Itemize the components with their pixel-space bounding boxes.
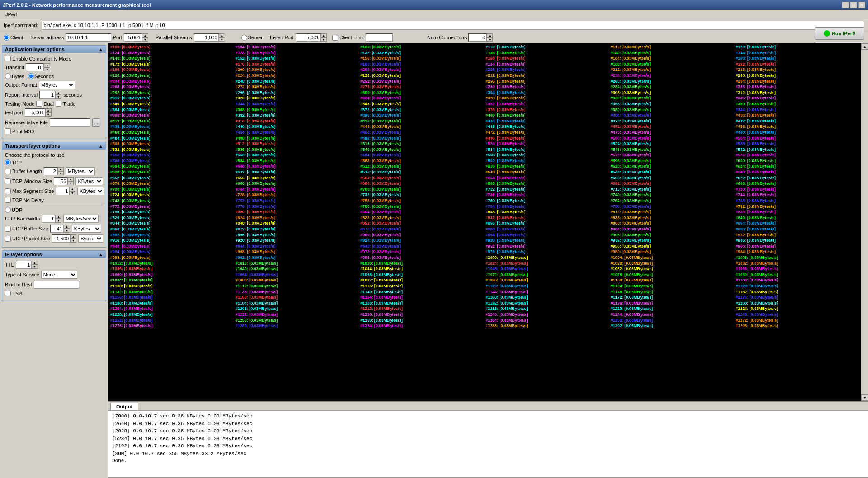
udp-bandwidth-up-btn[interactable]: ▲	[55, 215, 61, 219]
scroll-down-arrow[interactable]: ▼	[861, 394, 868, 401]
transmit-down-btn[interactable]: ▼	[44, 67, 50, 71]
max-segment-checkbox[interactable]	[5, 188, 11, 194]
udp-radio[interactable]	[5, 207, 11, 213]
tcp-window-unit-select[interactable]: KBytes Bytes MBytes	[75, 177, 103, 185]
tcp-window-checkbox[interactable]	[5, 178, 11, 184]
max-segment-unit-select[interactable]: KBytes Bytes MBytes	[77, 187, 104, 195]
udp-packet-checkbox-label[interactable]: UDP Packet Size	[5, 236, 50, 242]
transmit-input[interactable]	[26, 63, 44, 71]
listen-port-input[interactable]	[296, 33, 321, 42]
run-iperf-button[interactable]: Run IPerf!	[815, 27, 864, 40]
client-limit-checkbox-label[interactable]: Client Limit	[332, 35, 364, 41]
udp-buffer-up-btn[interactable]: ▲	[64, 225, 70, 229]
dual-checkbox[interactable]	[36, 101, 42, 107]
ttl-up-btn[interactable]: ▲	[32, 261, 38, 265]
buffer-length-input[interactable]	[44, 167, 57, 175]
udp-buffer-down-btn[interactable]: ▼	[64, 229, 70, 233]
tcp-no-delay-checkbox[interactable]	[5, 197, 11, 203]
client-mode-label[interactable]: Client	[4, 35, 23, 41]
transport-layer-collapse-btn[interactable]: ▲	[99, 144, 103, 149]
ip-layer-header[interactable]: IP layer options ▲	[2, 251, 106, 258]
test-port-input[interactable]	[25, 108, 45, 117]
client-limit-input[interactable]	[366, 33, 393, 42]
seconds-radio[interactable]	[28, 73, 34, 79]
title-bar-buttons[interactable]: _ □ ✕	[842, 2, 865, 8]
test-port-down-btn[interactable]: ▼	[45, 112, 52, 117]
buffer-length-checkbox-label[interactable]: Buffer Length	[5, 169, 42, 174]
listen-port-down-btn[interactable]: ▼	[321, 37, 327, 42]
udp-bandwidth-unit-select[interactable]: MBytes/sec Bytes/sec KBytes/sec	[63, 215, 99, 223]
menu-jperf[interactable]: JPerf	[2, 11, 21, 18]
close-button[interactable]: ✕	[858, 2, 865, 8]
bytes-radio[interactable]	[5, 73, 11, 79]
buffer-length-up-btn[interactable]: ▲	[57, 167, 64, 171]
output-format-select[interactable]: MBytes Bytes KBytes GBytes	[39, 81, 75, 89]
num-connections-down-btn[interactable]: ▼	[486, 37, 493, 42]
ipv6-checkbox[interactable]	[5, 291, 11, 296]
port-down-btn[interactable]: ▼	[142, 37, 148, 42]
trade-checkbox[interactable]	[56, 101, 61, 107]
udp-bandwidth-down-btn[interactable]: ▼	[55, 219, 61, 223]
enable-compat-checkbox-label[interactable]: Enable Compatibility Mode	[5, 56, 71, 61]
test-port-up-btn[interactable]: ▲	[45, 108, 52, 112]
port-up-btn[interactable]: ▲	[142, 33, 148, 37]
udp-buffer-checkbox[interactable]	[5, 226, 11, 232]
tcp-window-checkbox-label[interactable]: TCP Window Size	[5, 178, 52, 184]
tcp-no-delay-checkbox-label[interactable]: TCP No Delay	[5, 197, 44, 203]
maximize-button[interactable]: □	[850, 2, 857, 8]
udp-packet-unit-select[interactable]: Bytes KBytes MBytes	[78, 234, 103, 243]
ttl-down-btn[interactable]: ▼	[32, 265, 38, 269]
max-segment-checkbox-label[interactable]: Max Segment Size	[5, 188, 54, 194]
buffer-length-checkbox[interactable]	[5, 169, 11, 174]
tcp-window-input[interactable]	[54, 177, 67, 185]
udp-buffer-input[interactable]	[50, 225, 64, 233]
report-interval-down-btn[interactable]: ▼	[55, 95, 61, 99]
udp-bandwidth-input[interactable]	[42, 215, 55, 223]
tcp-radio-label[interactable]: TCP	[5, 159, 22, 165]
port-input[interactable]	[124, 33, 142, 42]
transport-layer-header[interactable]: Transport layer options ▲	[2, 142, 106, 150]
print-mss-checkbox[interactable]	[5, 128, 11, 134]
udp-packet-up-btn[interactable]: ▲	[70, 234, 76, 239]
dual-label[interactable]: Dual	[36, 101, 54, 107]
udp-packet-checkbox[interactable]	[5, 236, 11, 242]
tcp-window-up-btn[interactable]: ▲	[67, 177, 74, 181]
ttl-input[interactable]	[16, 261, 32, 269]
tos-select[interactable]: None Low Delay Throughput Reliability	[41, 271, 77, 279]
tcp-window-down-btn[interactable]: ▼	[67, 181, 74, 185]
client-limit-checkbox[interactable]	[332, 35, 338, 41]
report-interval-input[interactable]	[39, 91, 55, 99]
server-mode-label[interactable]: Server	[241, 35, 263, 41]
trade-label[interactable]: Trade	[56, 101, 75, 107]
udp-buffer-checkbox-label[interactable]: UDP Buffer Size	[5, 226, 48, 232]
listen-port-up-btn[interactable]: ▲	[321, 33, 327, 37]
iperf-command-input[interactable]	[42, 21, 864, 30]
ip-layer-collapse-btn[interactable]: ▲	[99, 252, 103, 257]
max-segment-input[interactable]	[56, 187, 69, 195]
udp-radio-label[interactable]: UDP	[5, 207, 22, 213]
bytes-radio-label[interactable]: Bytes	[5, 73, 24, 79]
output-tab[interactable]: Output	[110, 403, 138, 410]
seconds-radio-label[interactable]: Seconds	[28, 73, 54, 79]
num-connections-input[interactable]	[468, 33, 486, 42]
client-radio[interactable]	[4, 35, 9, 41]
app-layer-header[interactable]: Application layer options ▲	[2, 46, 106, 53]
rep-file-input[interactable]	[50, 118, 90, 127]
udp-buffer-unit-select[interactable]: KBytes Bytes MBytes	[72, 225, 101, 233]
udp-packet-down-btn[interactable]: ▼	[70, 239, 76, 243]
max-segment-up-btn[interactable]: ▲	[69, 187, 75, 191]
server-radio[interactable]	[241, 35, 247, 41]
ipv6-checkbox-label[interactable]: IPv6	[5, 291, 22, 296]
buffer-length-unit-select[interactable]: MBytes Bytes KBytes	[66, 167, 95, 175]
tcp-radio[interactable]	[5, 159, 11, 165]
parallel-streams-down-btn[interactable]: ▼	[219, 37, 225, 42]
udp-packet-input[interactable]	[52, 234, 70, 243]
report-interval-up-btn[interactable]: ▲	[55, 91, 61, 95]
app-layer-collapse-btn[interactable]: ▲	[99, 47, 103, 52]
num-connections-up-btn[interactable]: ▲	[486, 33, 493, 37]
parallel-streams-up-btn[interactable]: ▲	[219, 33, 225, 37]
bind-host-input[interactable]	[34, 281, 79, 289]
transmit-up-btn[interactable]: ▲	[44, 63, 50, 67]
server-address-input[interactable]	[66, 33, 111, 42]
max-segment-down-btn[interactable]: ▼	[69, 191, 75, 195]
